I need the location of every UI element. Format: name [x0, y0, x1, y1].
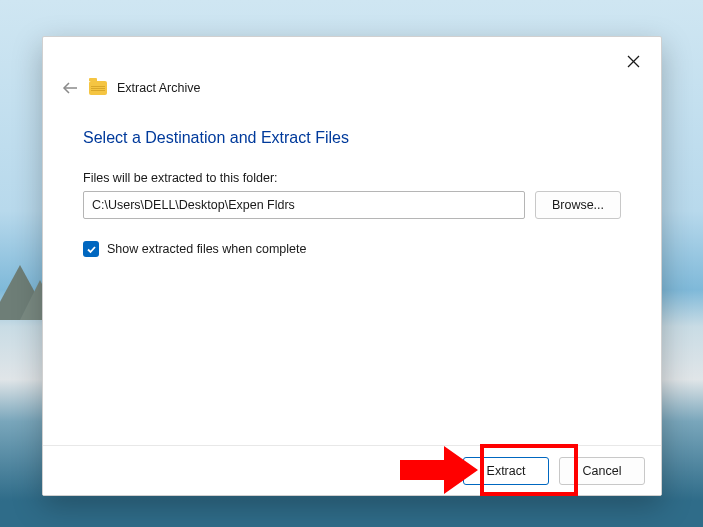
dialog-title: Extract Archive — [117, 81, 200, 95]
extract-button[interactable]: Extract — [463, 457, 549, 485]
checkmark-icon — [86, 244, 97, 255]
show-files-label: Show extracted files when complete — [107, 242, 306, 256]
show-files-checkbox-row[interactable]: Show extracted files when complete — [83, 241, 621, 257]
cancel-button[interactable]: Cancel — [559, 457, 645, 485]
extract-archive-dialog: Extract Archive Select a Destination and… — [42, 36, 662, 496]
browse-button[interactable]: Browse... — [535, 191, 621, 219]
show-files-checkbox[interactable] — [83, 241, 99, 257]
path-label: Files will be extracted to this folder: — [83, 171, 621, 185]
destination-path-input[interactable] — [83, 191, 525, 219]
path-row: Browse... — [83, 191, 621, 219]
page-heading: Select a Destination and Extract Files — [83, 129, 621, 147]
close-button[interactable] — [619, 47, 647, 75]
back-button[interactable] — [61, 81, 79, 95]
desktop-wallpaper: Extract Archive Select a Destination and… — [0, 0, 703, 527]
titlebar — [43, 37, 661, 81]
header-row: Extract Archive — [61, 81, 200, 95]
back-arrow-icon — [61, 81, 79, 95]
close-icon — [627, 55, 640, 68]
dialog-content: Select a Destination and Extract Files F… — [83, 129, 621, 257]
dialog-footer: Extract Cancel — [43, 445, 661, 495]
archive-folder-icon — [89, 81, 107, 95]
